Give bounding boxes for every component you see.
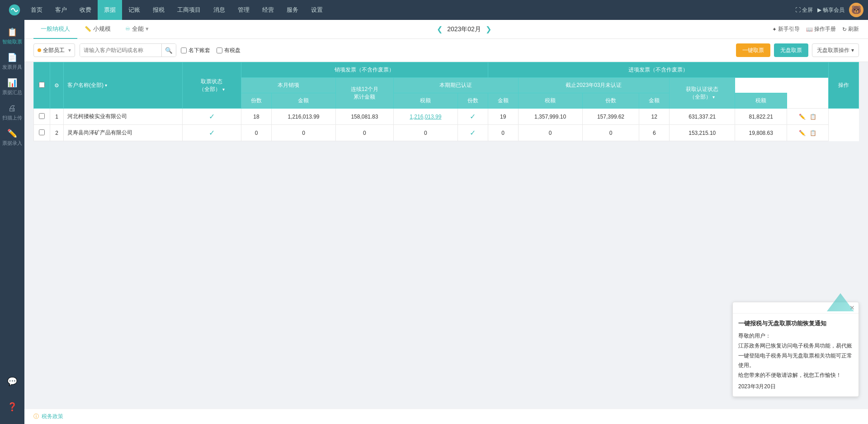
filter-taxdisk-checkbox[interactable]	[217, 48, 222, 53]
table-row: 2 灵寿县尚泽矿产品有限公司 ✓ 0 0 0 0 ✓ 0 0 0 6 153,2…	[34, 125, 859, 141]
member-btn[interactable]: ▶ 畅享会员	[817, 6, 844, 14]
filter-account-label[interactable]: 名下账套	[181, 47, 210, 54]
sidebar-help[interactable]: ❓	[0, 394, 24, 419]
row-name-0: 河北柯搂棱实业有限公司	[64, 109, 183, 125]
cumulative-link-0[interactable]: 1,216,013.99	[410, 114, 441, 120]
filter-account-checkbox[interactable]	[181, 48, 187, 53]
select-all-checkbox[interactable]	[39, 82, 45, 88]
top-nav: 首页 客户 收费 票据 记账 报税 工商项目 消息 管理 经营 服务 设置 ⛶ …	[0, 0, 868, 20]
table-body: 1 河北柯搂棱实业有限公司 ✓ 18 1,216,013.99 158,081.…	[34, 109, 859, 141]
th-customer-name: 客户名称(全部) ▾	[64, 62, 183, 109]
notification-title: 一键报税与无盘取票功能恢复通知	[738, 318, 853, 329]
th-operation: 操作	[829, 62, 859, 109]
row-cert-status-1: ✓	[458, 125, 488, 141]
avatar[interactable]: 🐻	[849, 3, 863, 17]
refresh-btn[interactable]: ↻ 刷新	[842, 25, 859, 33]
nav-customer[interactable]: 客户	[49, 0, 73, 20]
sidebar-chat[interactable]: 💬	[0, 369, 24, 394]
cumulative-link-1: 0	[424, 130, 427, 136]
nav-home[interactable]: 首页	[24, 0, 49, 20]
nav-manage[interactable]: 管理	[231, 0, 256, 20]
row-uncert-amount-1: 153,215.10	[670, 125, 735, 141]
th-purchase-invoice: 进项发票（不含作废票）	[488, 62, 828, 78]
row-name-1: 灵寿县尚泽矿产品有限公司	[64, 125, 183, 141]
tab-general-taxpayer[interactable]: 一般纳税人	[33, 20, 77, 39]
staff-select[interactable]: 全部员工 ▾	[33, 43, 75, 57]
no-disk-ticket-btn[interactable]: 无盘取票	[774, 43, 808, 57]
sidebar-bottom: 💬 ❓	[0, 369, 24, 419]
row-sales-tax-0: 158,081.83	[336, 109, 394, 125]
th-sales-invoice: 销项发票（不含作废票）	[241, 62, 488, 78]
edit-icon-0[interactable]: ✏️	[799, 114, 806, 120]
row-uncert-amount-0: 631,337.21	[670, 109, 735, 125]
row-actions-0: ✏️ 📋	[787, 109, 829, 125]
table-wrapper: ⚙ 客户名称(全部) ▾ 取票状态（全部） ▾ 销项发票（不含作废票） 进项发票…	[24, 62, 868, 150]
nav-tax[interactable]: 报税	[146, 0, 171, 20]
row-sales-count-1: 0	[241, 125, 272, 141]
row-cert-count-0: 19	[488, 109, 518, 125]
sidebar-item-scan[interactable]: 🖨 扫描上传	[0, 100, 24, 125]
search-button[interactable]: 🔍	[161, 43, 176, 57]
row-cert-amount-0: 1,357,999.10	[518, 109, 582, 125]
current-month: 2023年02月	[447, 25, 481, 33]
table-row: 1 河北柯搂棱实业有限公司 ✓ 18 1,216,013.99 158,081.…	[34, 109, 859, 125]
row-sales-count-0: 18	[241, 109, 272, 125]
edit-icon-1[interactable]: ✏️	[799, 130, 806, 136]
ticket-status-icon-1: ✓	[209, 129, 215, 137]
nav-items: 首页 客户 收费 票据 记账 报税 工商项目 消息 管理 经营 服务 设置	[24, 0, 795, 20]
th-sales-amount: 金额	[271, 93, 335, 109]
warning-icon: ⓘ	[33, 413, 39, 420]
tab-all-dropdown-icon: ▾	[146, 25, 149, 32]
fullscreen-btn[interactable]: ⛶ 全屏	[795, 6, 813, 14]
detail-icon-0[interactable]: 📋	[810, 114, 816, 120]
row-uncert-tax-1: 19,808.63	[735, 125, 787, 141]
no-disk-ops-btn[interactable]: 无盘取票操作 ▾	[812, 43, 859, 57]
th-uncert-amount: 金额	[639, 93, 670, 109]
nav-service[interactable]: 服务	[280, 0, 305, 20]
nav-fee[interactable]: 收费	[73, 0, 98, 20]
filter-taxdisk-label[interactable]: 有税盘	[217, 47, 241, 54]
th-cumulative: 连续12个月累计金额	[336, 78, 394, 109]
small-scale-icon: 📏	[85, 26, 91, 32]
th-uncertified-deadline: 截止2023年03月未认证	[518, 78, 670, 93]
row-checkbox-0[interactable]	[39, 113, 45, 119]
chat-icon: 💬	[7, 376, 17, 386]
row-num-0: 1	[50, 109, 64, 125]
row-checkbox-cell	[34, 109, 50, 125]
one-click-ticket-btn[interactable]: 一键取票	[736, 43, 770, 57]
next-month-btn[interactable]: ❯	[486, 25, 491, 33]
nav-message[interactable]: 消息	[207, 0, 231, 20]
sidebar-item-open-invoice[interactable]: 📄 发票开具	[0, 49, 24, 74]
nav-invoice[interactable]: 票据	[98, 0, 122, 20]
row-cert-amount-1: 0	[518, 125, 582, 141]
tab-small-scale[interactable]: 📏 小规模	[77, 20, 118, 39]
row-checkbox-1[interactable]	[39, 129, 45, 135]
tab-all[interactable]: ♾ 全能 ▾	[118, 20, 156, 39]
nav-operation[interactable]: 经营	[256, 0, 280, 20]
nav-accounting[interactable]: 记账	[122, 0, 146, 20]
th-sales-tax: 税额	[393, 93, 458, 109]
th-certified-period: 本期期已认证	[393, 78, 518, 93]
data-table: ⚙ 客户名称(全部) ▾ 取票状态（全部） ▾ 销项发票（不含作废票） 进项发票…	[33, 62, 859, 141]
prev-month-btn[interactable]: ❮	[437, 25, 443, 33]
month-navigation: ❮ 2023年02月 ❯	[156, 25, 772, 33]
search-input[interactable]	[80, 43, 161, 57]
cert-status-icon-1: ✓	[470, 129, 476, 137]
detail-icon-1[interactable]: 📋	[810, 130, 816, 136]
notification-body1: 江苏政务网已恢复访问电子税务局功能，易代账一键登陆电子税务局与无盘取票相关功能可…	[738, 341, 853, 371]
manual-icon: 📖	[806, 26, 813, 33]
row-ticket-status-1: ✓	[182, 125, 241, 141]
th-uncert-count: 份数	[582, 93, 639, 109]
dropdown-arrow-icon: ▾	[851, 47, 854, 53]
manual-btn[interactable]: 📖 操作手册	[806, 25, 836, 33]
tax-policy-link[interactable]: 税务政策	[42, 413, 63, 420]
sidebar-item-entry[interactable]: ✏️ 票据录入	[0, 125, 24, 150]
new-guide-btn[interactable]: ✦ 新手引导	[772, 25, 800, 33]
th-checkbox	[34, 62, 50, 109]
toolbar-right: 一键取票 无盘取票 无盘取票操作 ▾	[736, 43, 859, 57]
nav-business[interactable]: 工商项目	[171, 0, 207, 20]
sidebar-item-smart-ticket[interactable]: 📋 智能取票	[0, 24, 24, 49]
staff-dot	[38, 48, 41, 52]
sidebar-item-summary[interactable]: 📊 票据汇总	[0, 74, 24, 100]
nav-settings[interactable]: 设置	[305, 0, 329, 20]
